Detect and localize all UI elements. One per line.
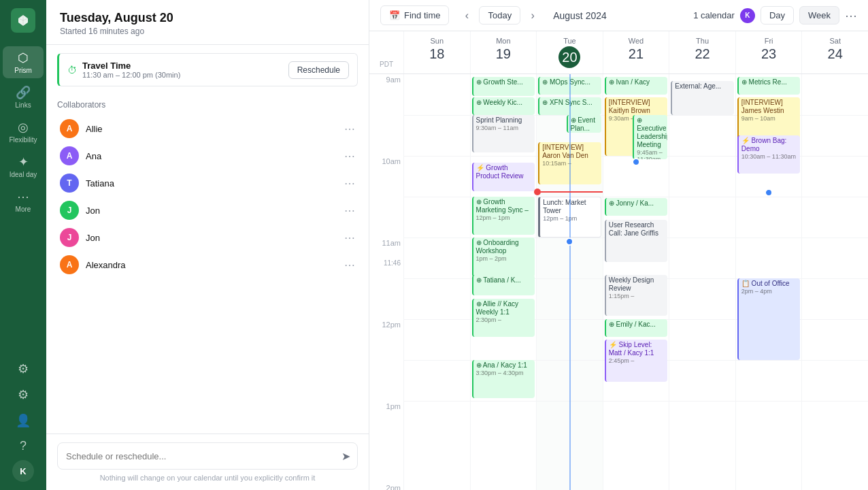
collaborator-jon1[interactable]: J Jon ⋯ — [57, 197, 358, 224]
day-num-tue: 20 — [558, 46, 580, 68]
day-header-wed: Wed 21 — [603, 31, 669, 74]
event-jonny[interactable]: ⊕ Jonny / Ka... — [605, 198, 668, 216]
day-num-mon: 19 — [473, 46, 534, 62]
travel-card-info: ⏱ Travel Time 11:30 am – 12:00 pm (30min… — [67, 61, 180, 79]
time-2pm: 2pm — [369, 483, 403, 490]
chat-input[interactable] — [66, 451, 330, 461]
time-10am: 10am — [369, 156, 403, 197]
find-time-button[interactable]: 📅 Find time — [380, 5, 449, 25]
event-ivan-kacy[interactable]: ⊕ Ivan / Kacy — [605, 77, 668, 95]
event-exec-leadership[interactable]: ⊕ Executive Leadership Meeting 9:45am – … — [633, 115, 667, 159]
day-view-button[interactable]: Day — [761, 6, 794, 24]
day-header-thu: Thu 22 — [669, 31, 735, 74]
more-options-allie[interactable]: ⋯ — [344, 122, 355, 135]
avatar-jon2: J — [60, 228, 79, 247]
more-options-alexandra[interactable]: ⋯ — [344, 259, 355, 272]
left-header: Tuesday, August 20 Started 16 minutes ag… — [46, 0, 369, 45]
started-text: Started 16 minutes ago — [60, 27, 355, 36]
calendar-icon: 📅 — [389, 10, 400, 20]
links-icon: 🔗 — [16, 85, 31, 100]
day-name-fri: Fri — [739, 37, 799, 45]
day-name-sat: Sat — [805, 37, 865, 45]
time-dot-1pm — [565, 238, 573, 246]
chat-disclaimer: Nothing will change on your calendar unt… — [57, 474, 358, 482]
sidebar-item-gear2[interactable]: ⚙ — [3, 383, 44, 406]
sidebar: ⬡ Prism 🔗 Links ◎ Flexibility ✦ Ideal da… — [0, 0, 46, 490]
travel-time-card: ⏱ Travel Time 11:30 am – 12:00 pm (30min… — [57, 53, 358, 86]
avatar-ana: A — [60, 146, 79, 165]
event-out-of-office[interactable]: 📋 Out of Office 2pm – 4pm — [737, 278, 801, 360]
collaborator-ana[interactable]: A Ana ⋯ — [57, 142, 358, 169]
event-weekly-kic[interactable]: ⊕ Weekly Kic... — [472, 97, 535, 115]
next-button[interactable]: › — [523, 6, 542, 25]
sidebar-item-prism[interactable]: ⬡ Prism — [3, 46, 44, 78]
today-button[interactable]: Today — [479, 6, 520, 24]
day-col-thu: External: Age... — [669, 74, 735, 490]
collaborator-jon2[interactable]: J Jon ⋯ — [57, 224, 358, 251]
calendar-user-avatar[interactable]: K — [740, 8, 755, 23]
calendar-more-button[interactable]: ⋯ — [845, 8, 857, 23]
event-external[interactable]: External: Age... — [671, 81, 734, 115]
sidebar-item-flexibility[interactable]: ◎ Flexibility — [3, 116, 44, 148]
user-avatar[interactable]: K — [12, 460, 34, 482]
collaborator-alexandra[interactable]: A Alexandra ⋯ — [57, 251, 358, 278]
gear-icon: ⚙ — [18, 361, 29, 376]
day-num-thu: 22 — [672, 46, 733, 62]
user-icon: 👤 — [16, 413, 31, 428]
day-header-sun: Sun 18 — [403, 31, 470, 74]
avatar-alexandra: A — [60, 255, 79, 274]
more-options-jon2[interactable]: ⋯ — [344, 231, 355, 244]
sidebar-item-user-mgmt[interactable]: 👤 — [3, 409, 44, 432]
time-column: 9am 10am 11am 11:46 12pm 1pm 2pm — [369, 74, 403, 490]
event-growth-sta[interactable]: ⊕ Growth Ste... — [472, 77, 535, 96]
time-130 — [369, 442, 403, 483]
event-metrics[interactable]: ⊕ Metrics Re... — [737, 77, 801, 95]
event-weekly-design[interactable]: Weekly Design Review 1:15pm – — [605, 275, 668, 316]
sidebar-item-help[interactable]: ? — [3, 435, 44, 457]
event-brown-bag[interactable]: ⚡ Brown Bag: Demo 10:30am – 11:30am — [737, 135, 801, 174]
event-skip-level[interactable]: ⚡ Skip Level: Matt / Kacy 1:1 2:45pm – — [605, 340, 668, 382]
sidebar-item-ideal-day[interactable]: ✦ Ideal day — [3, 150, 44, 182]
avatar-tatiana: T — [60, 174, 79, 193]
event-ana-kacy[interactable]: ⊕ Ana / Kacy 1:1 3:30pm – 4:30pm — [472, 360, 535, 398]
sidebar-item-links[interactable]: 🔗 Links — [3, 81, 44, 113]
prev-button[interactable]: ‹ — [457, 6, 476, 25]
top-content: Tuesday, August 20 Started 16 minutes ag… — [46, 0, 868, 490]
month-label: August 2024 — [553, 10, 607, 21]
travel-card-details: Travel Time 11:30 am – 12:00 pm (30min) — [82, 61, 180, 79]
collaborator-tatiana[interactable]: T Tatiana ⋯ — [57, 169, 358, 197]
week-view-button[interactable]: Week — [799, 6, 839, 24]
event-user-research[interactable]: User Research Call: Jane Griffis — [605, 220, 668, 262]
time-dot-fri — [765, 189, 773, 197]
event-allie-kacy[interactable]: ⊕ Allie // Kacy Weekly 1:1 2:30pm – — [472, 299, 535, 337]
event-emily[interactable]: ⊕ Emily / Kac... — [605, 319, 668, 337]
event-growth-mktg[interactable]: ⊕ Growth Marketing Sync – 12pm – 1pm — [472, 197, 535, 235]
timezone-label: PDT — [369, 55, 403, 74]
today-vertical-line — [569, 74, 571, 490]
time-1130 — [369, 278, 403, 319]
sidebar-item-gear1[interactable]: ⚙ — [3, 357, 44, 380]
day-col-sat — [801, 74, 868, 490]
ideal-day-icon: ✦ — [18, 154, 29, 169]
event-plan[interactable]: ⊕ Event Plan... — [567, 115, 601, 133]
travel-icon: ⏱ — [67, 65, 77, 76]
day-num-fri: 23 — [739, 46, 799, 62]
event-growth-product[interactable]: ⚡ Growth Product Review — [472, 163, 535, 191]
event-sprint-planning[interactable]: Sprint Planning 9:30am – 11am — [472, 115, 535, 152]
more-options-ana[interactable]: ⋯ — [344, 150, 355, 163]
app-logo[interactable] — [11, 8, 35, 33]
day-name-wed: Wed — [606, 37, 667, 45]
collab-name-jon2: Jon — [86, 233, 337, 243]
send-button[interactable]: ➤ — [341, 450, 350, 463]
more-options-jon1[interactable]: ⋯ — [344, 204, 355, 217]
more-options-tatiana[interactable]: ⋯ — [344, 177, 355, 190]
day-name-mon: Mon — [473, 37, 534, 45]
calendar-topbar: 📅 Find time ‹ Today › August 2024 1 cale… — [369, 0, 868, 31]
left-pane: Tuesday, August 20 Started 16 minutes ag… — [46, 0, 369, 490]
collaborator-allie[interactable]: A Allie ⋯ — [57, 115, 358, 142]
time-1030 — [369, 197, 403, 238]
event-tatiana[interactable]: ⊕ Tatiana / K... — [472, 275, 535, 295]
sidebar-item-more[interactable]: ⋯ More — [3, 185, 44, 217]
reschedule-button[interactable]: Reschedule — [288, 61, 349, 79]
event-onboarding[interactable]: ⊕ Onboarding Workshop 1pm – 2pm — [472, 238, 535, 277]
